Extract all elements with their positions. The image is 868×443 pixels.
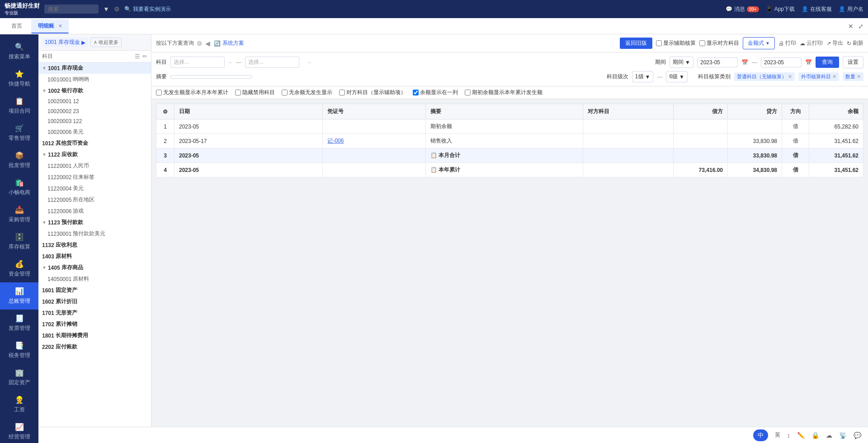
tag-remove-icon[interactable]: ✕ (788, 74, 792, 80)
period-dash: — (752, 59, 757, 66)
zhaiyao-input[interactable] (170, 75, 252, 79)
tree-item-11230001[interactable]: 11230001 预付款款美元 (38, 228, 151, 239)
bottom-icon-3[interactable]: 🔒 (811, 432, 819, 439)
sidebar-item-project[interactable]: 📋 项目合同 (0, 92, 38, 119)
tree-item-1132[interactable]: 1132 应收利息 (38, 239, 151, 251)
sidebar-item-purchase[interactable]: 📥 采购管理 (0, 201, 38, 228)
period-end-input[interactable]: 2023-05 (761, 57, 802, 67)
export-btn[interactable]: ↗ 导出 (826, 39, 843, 47)
sidebar-item-inventory[interactable]: 🗄️ 库存核算 (0, 228, 38, 255)
sidebar-item-funds[interactable]: 💰 资金管理 (0, 255, 38, 282)
bottom-icon-1[interactable]: ↕ (787, 432, 790, 439)
tab-close-icon[interactable]: ✕ (58, 24, 62, 29)
tree-item-1405[interactable]: ▼ 1405 库存商品 (38, 262, 151, 273)
window-close-btn[interactable]: ✕ (848, 23, 854, 30)
tree-item-10020006[interactable]: 10020006 美元 (38, 126, 151, 138)
period-start-input[interactable]: 2023-05 (697, 57, 738, 67)
sidebar-item-assets[interactable]: 🏢 固定资产 (0, 364, 38, 391)
tree-list-icon[interactable]: ☰ (135, 53, 140, 60)
tree-item-10020001[interactable]: 10020001 12 (38, 96, 151, 106)
period-type-select[interactable]: 期间 ▼ (670, 57, 693, 68)
back-to-old-btn[interactable]: 返回旧版 (620, 38, 652, 49)
kmjici-start-select[interactable]: 1级 ▼ (632, 71, 654, 82)
settings-page-btn[interactable]: 设置 (843, 56, 863, 68)
tree-item-10020003[interactable]: 10020003 122 (38, 116, 151, 126)
collapse-filter-btn[interactable]: ◀ (205, 40, 210, 47)
tree-item-1601[interactable]: 1601 固定资产 (38, 285, 151, 296)
demo-link[interactable]: 🔍 我要看实例演示 (124, 5, 171, 13)
bottom-icon-6[interactable]: 💬 (854, 432, 861, 439)
tree-item-11220006[interactable]: 11220006 游戏 (38, 205, 151, 217)
sidebar-item-operations[interactable]: 📈 经营管理 (0, 418, 38, 443)
show-contra-check[interactable]: 显示对方科目 (699, 39, 739, 47)
user-avatar[interactable]: 👤 用户名 (839, 5, 863, 13)
kemu-input-end[interactable]: 选择... (245, 57, 299, 68)
kmjici-end-select[interactable]: 6级 ▼ (666, 71, 688, 82)
sidebar-item-wholesale[interactable]: 📦 批发管理 (0, 147, 38, 174)
cloud-print-btn[interactable]: ☁ 云打印 (800, 39, 823, 47)
sidebar-item-ecommerce[interactable]: 🛍️ 小畅电商 (0, 174, 38, 201)
tree-item-11220002[interactable]: 11220002 往来标签 (38, 171, 151, 183)
tree-item-11220004[interactable]: 11220004 美元 (38, 183, 151, 194)
tag-remove-icon3[interactable]: ✕ (857, 74, 861, 80)
en-label[interactable]: 英 (775, 431, 780, 439)
tree-item-2202[interactable]: 2202 应付账款 (38, 341, 151, 352)
more-btn[interactable]: ∧ 收起更多 (90, 38, 122, 47)
global-search-input[interactable] (44, 5, 99, 14)
tree-item-11220005[interactable]: 11220005 所在地区 (38, 194, 151, 205)
sidebar-item-invoice[interactable]: 🧾 发票管理 (0, 310, 38, 337)
check-contra[interactable]: 对方科目（显示辅助项） (339, 89, 406, 96)
tab-detail[interactable]: 明细账 ✕ (31, 19, 69, 33)
tree-item-1702[interactable]: 1702 累计摊销 (38, 319, 151, 330)
app-download-btn[interactable]: 📱 App下载 (766, 5, 795, 13)
tab-home[interactable]: 首页 (5, 19, 29, 33)
tree-item-1123[interactable]: ▼ 1123 预付款款 (38, 217, 151, 228)
tree-item-1403[interactable]: 1403 原材料 (38, 251, 151, 262)
check-no-balance2[interactable]: 无余额无发生显示 (282, 89, 332, 96)
tree-item-1122[interactable]: ▼ 1122 应收款 (38, 149, 151, 160)
print-btn[interactable]: 🖨 打印 (778, 39, 796, 47)
settings-icon[interactable]: ⚙ (197, 40, 203, 47)
period-calendar-icon[interactable]: 📅 (741, 59, 748, 66)
tree-item-1701[interactable]: 1701 无形资产 (38, 307, 151, 319)
sidebar-item-retail[interactable]: 🛒 零售管理 (0, 119, 38, 147)
query-btn[interactable]: 查询 (816, 57, 839, 68)
show-auxiliary-check[interactable]: 显示辅助核算 (656, 39, 696, 47)
sidebar-item-salary[interactable]: 👷 工资 (0, 391, 38, 418)
system-scheme-btn[interactable]: 系统方案 (222, 39, 244, 47)
check-hide-disabled[interactable]: 隐藏禁用科目 (235, 89, 275, 96)
tree-item-1012[interactable]: 1012 其他货币资金 (38, 138, 151, 149)
online-service-btn[interactable]: 👤 在线客服 (802, 5, 832, 13)
message-btn[interactable]: 💬 消息 99+ (726, 5, 759, 13)
cn-en-switcher[interactable]: 中 (753, 429, 768, 441)
tree-edit-icon[interactable]: ✏ (142, 53, 147, 60)
tree-item-1002[interactable]: ▼ 1002 银行存款 (38, 85, 151, 96)
sidebar-item-ledger[interactable]: 📊 总账管理 (0, 282, 38, 310)
format-btn[interactable]: 金额式 ▼ (743, 37, 775, 49)
tree-item-11220001[interactable]: 11220001 人民币 (38, 160, 151, 171)
bottom-icon-4[interactable]: ☁ (826, 432, 832, 439)
period-end-calendar-icon[interactable]: 📅 (805, 59, 812, 66)
tree-item-14050001[interactable]: 14050001 原材料 (38, 273, 151, 285)
tree-item-1001[interactable]: ▼ 1001 库存现金 (38, 62, 151, 74)
tree-item-code: 11220006 (47, 208, 71, 214)
tree-item-10010001[interactable]: 10010001 哟哟哟 (38, 74, 151, 85)
account-tag[interactable]: 1001 库存现金 ▶ (42, 38, 88, 47)
bottom-icon-2[interactable]: ✏️ (797, 432, 805, 439)
tree-item-10020002[interactable]: 10020002 23 (38, 106, 151, 116)
check-no-balance[interactable]: 无发生额显示本月本年累计 (156, 89, 228, 96)
tag-remove-icon2[interactable]: ✕ (832, 74, 836, 80)
tree-item-1602[interactable]: 1602 累计折旧 (38, 296, 151, 307)
check-balance-col[interactable]: 余额显示在一列 (413, 89, 458, 96)
sidebar-item-search[interactable]: 🔍 搜索菜单 (0, 38, 38, 65)
sidebar-item-tax[interactable]: 📑 税务管理 (0, 337, 38, 364)
tree-item-1801[interactable]: 1801 长期待摊费用 (38, 330, 151, 341)
kemu-input-start[interactable]: 选择... (170, 57, 225, 68)
voucher-link[interactable]: 记-006 (327, 138, 344, 144)
bottom-icon-5[interactable]: 📡 (839, 432, 847, 439)
sidebar-item-quicknav[interactable]: ⭐ 快捷导航 (0, 65, 38, 92)
account-tag-label: 1001 库存现金 (45, 38, 80, 46)
check-opening[interactable]: 期初余额显示本年累计发生额 (465, 89, 542, 96)
window-maximize-btn[interactable]: ⤢ (858, 23, 863, 30)
refresh-btn[interactable]: ↻ 刷新 (847, 39, 863, 47)
